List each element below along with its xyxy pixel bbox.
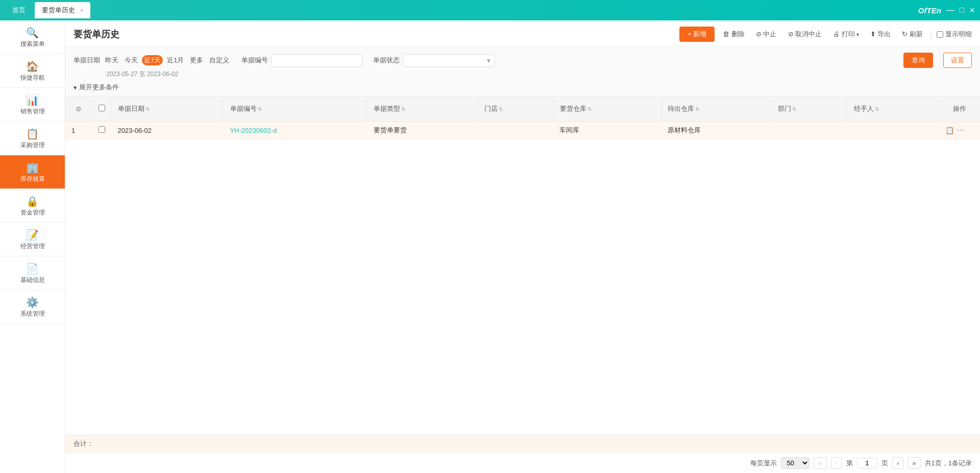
content-area: 要货单历史 + 新增 🗑 删除 ⊘ 中止 ⊘ 取消中止 🖨 打印 ▾ <box>65 20 980 473</box>
main-layout: 🔍 搜索菜单 🏠 快捷导航 📊 销售管理 📋 采购管理 🏢 库存核算 🔒 资金管… <box>0 20 980 473</box>
col-pending-warehouse: 待出仓库 ⇅ <box>662 97 772 122</box>
table-header-row: ⚙ 单据日期 ⇅ <box>65 97 980 122</box>
delete-button[interactable]: 🗑 删除 <box>720 28 748 41</box>
sidebar-item-search-menu[interactable]: 🔍 搜索菜单 <box>0 20 65 54</box>
cell-store <box>478 122 553 139</box>
cancel-stop-button[interactable]: ⊘ 取消中止 <box>785 28 825 41</box>
sidebar-item-purchase-mgmt[interactable]: 📋 采购管理 <box>0 122 65 155</box>
page-suffix: 页 <box>881 459 888 468</box>
doc-no-input[interactable] <box>271 54 363 67</box>
sidebar-item-label: 系统管理 <box>20 310 45 318</box>
toolbar-divider <box>931 30 932 38</box>
sort-pending-warehouse[interactable]: 待出仓库 ⇅ <box>668 104 699 113</box>
requisition-table: ⚙ 单据日期 ⇅ <box>65 97 980 139</box>
sidebar-item-label: 采购管理 <box>20 141 45 150</box>
date-shortcut-yesterday[interactable]: 昨天 <box>103 55 120 65</box>
tab-close-icon[interactable]: × <box>80 7 83 13</box>
date-shortcut-7days[interactable]: 近7天 <box>142 55 163 65</box>
col-dept: 部门 ⇅ <box>772 97 847 122</box>
status-select-wrapper <box>403 54 495 67</box>
chart-icon: 📊 <box>26 95 39 105</box>
next-page-btn[interactable]: › <box>892 457 903 469</box>
col-handler: 经手人 ⇅ <box>847 97 939 122</box>
date-shortcut-1month[interactable]: 近1月 <box>165 55 186 65</box>
refresh-button[interactable]: ↻ 刷新 <box>899 28 926 41</box>
filter-row-1: 单据日期 昨天 今天 近7天 近1月 更多 自定义 单据编号 <box>74 53 972 68</box>
setting-button[interactable]: 设置 <box>943 53 972 68</box>
maximize-btn[interactable]: □ <box>960 6 965 15</box>
lock-icon: 🔒 <box>26 196 39 206</box>
page-size-select[interactable]: 50 100 200 <box>781 457 810 469</box>
date-shortcut-today[interactable]: 今天 <box>122 55 140 65</box>
sidebar-item-sales-mgmt[interactable]: 📊 销售管理 <box>0 88 65 122</box>
home-icon: 🏠 <box>26 61 39 72</box>
display-detail-checkbox[interactable]: 显示明细 <box>937 30 972 39</box>
tab-requisition-history[interactable]: 要货单历史 × <box>35 2 90 18</box>
sidebar-item-operations-mgmt[interactable]: 📝 经营管理 <box>0 223 65 256</box>
pagination-bar: 每页显示 50 100 200 « ‹ 第 页 › » 共1页，1条记录 <box>65 453 980 473</box>
sidebar-item-basic-info[interactable]: 📄 基础信息 <box>0 256 65 290</box>
cell-pending-warehouse: 原材料仓库 <box>662 122 772 139</box>
toolbar: + 新增 🗑 删除 ⊘ 中止 ⊘ 取消中止 🖨 打印 ▾ <box>679 27 972 42</box>
close-btn[interactable]: × <box>969 5 975 16</box>
sidebar: 🔍 搜索菜单 🏠 快捷导航 📊 销售管理 📋 采购管理 🏢 库存核算 🔒 资金管… <box>0 20 65 473</box>
status-select[interactable] <box>403 54 495 67</box>
sort-store[interactable]: 门店 ⇅ <box>484 104 503 113</box>
view-action-icon[interactable]: 📋 <box>945 126 954 134</box>
page-size-label: 每页显示 <box>750 459 777 468</box>
select-all-checkbox[interactable] <box>99 105 105 111</box>
more-action-icon[interactable]: ⋯ <box>957 126 964 134</box>
last-page-btn[interactable]: » <box>908 457 920 469</box>
status-filter-group: 单据状态 <box>373 54 495 67</box>
sidebar-item-quick-nav[interactable]: 🏠 快捷导航 <box>0 54 65 88</box>
doc-no-link[interactable]: YH-20230602-d <box>230 127 277 134</box>
page-label: 第 <box>846 459 853 468</box>
export-button[interactable]: ⬆ 导出 <box>867 28 894 41</box>
date-shortcut-custom[interactable]: 自定义 <box>207 55 231 65</box>
date-shortcut-more[interactable]: 更多 <box>188 55 205 65</box>
cell-req-warehouse: 车间库 <box>553 122 661 139</box>
sidebar-item-finance-mgmt[interactable]: 🔒 资金管理 <box>0 189 65 223</box>
sort-doc-type[interactable]: 单据类型 ⇅ <box>374 104 405 113</box>
stop-button[interactable]: ⊘ 中止 <box>753 28 780 41</box>
cell-dept <box>772 122 847 139</box>
sidebar-item-system-mgmt[interactable]: ⚙️ 系统管理 <box>0 290 65 324</box>
cell-doc-type: 要货单要货 <box>368 122 478 139</box>
first-page-btn[interactable]: « <box>814 457 826 469</box>
status-label: 单据状态 <box>373 56 400 65</box>
tab-home[interactable]: 首页 <box>5 2 33 18</box>
expand-more-btn[interactable]: ▾ 展开更多条件 <box>74 83 972 92</box>
note-icon: 📝 <box>26 230 39 240</box>
search-button[interactable]: 查询 <box>903 53 933 68</box>
settings-gear-icon[interactable]: ⚙ <box>71 102 86 116</box>
minimize-btn[interactable]: — <box>946 6 954 15</box>
sort-dept[interactable]: 部门 ⇅ <box>778 104 796 113</box>
page-content: 要货单历史 + 新增 🗑 删除 ⊘ 中止 ⊘ 取消中止 🖨 打印 ▾ <box>65 20 980 473</box>
row-checkbox[interactable] <box>99 126 105 133</box>
new-button[interactable]: + 新增 <box>679 27 715 42</box>
col-doc-type: 单据类型 ⇅ <box>368 97 478 122</box>
sidebar-item-label: 资金管理 <box>20 208 45 217</box>
print-dropdown-icon: ▾ <box>856 32 859 37</box>
sidebar-item-label: 快捷导航 <box>20 74 45 82</box>
doc-no-label: 单据编号 <box>241 56 268 65</box>
cell-doc-no: YH-20230602-d <box>224 122 367 139</box>
print-button[interactable]: 🖨 打印 ▾ <box>830 28 862 41</box>
col-actions: 操作 <box>939 97 980 122</box>
sort-doc-no[interactable]: 单据编号 ⇅ <box>230 104 262 113</box>
doc-icon: 📄 <box>26 264 39 274</box>
sidebar-item-label: 经营管理 <box>20 242 45 251</box>
sort-req-warehouse[interactable]: 要货仓库 ⇅ <box>560 104 592 113</box>
sidebar-item-inventory[interactable]: 🏢 库存核算 <box>0 155 65 189</box>
filter-area: 单据日期 昨天 今天 近7天 近1月 更多 自定义 单据编号 <box>65 46 980 97</box>
display-detail-input[interactable] <box>937 31 943 38</box>
date-filter-group: 单据日期 昨天 今天 近7天 近1月 更多 自定义 <box>74 55 231 65</box>
date-range-display: 2023-05-27 至 2023-06-02 <box>74 70 972 79</box>
cell-seq: 1 <box>65 122 92 139</box>
prev-page-btn[interactable]: ‹ <box>831 457 842 469</box>
page-input[interactable] <box>857 458 877 468</box>
sort-doc-date[interactable]: 单据日期 ⇅ <box>118 104 150 113</box>
page-title: 要货单历史 <box>74 28 675 40</box>
sort-handler[interactable]: 经手人 ⇅ <box>854 104 879 113</box>
col-settings: ⚙ <box>65 97 92 122</box>
